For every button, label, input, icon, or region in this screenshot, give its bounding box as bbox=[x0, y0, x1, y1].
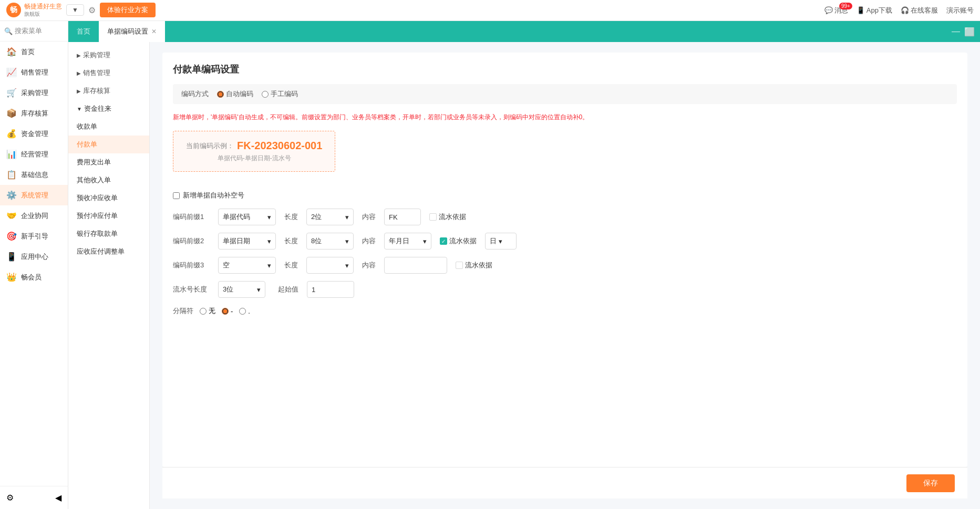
length2-select[interactable]: 8位 ▾ bbox=[306, 233, 354, 250]
auto-fill-checkbox[interactable] bbox=[173, 192, 180, 199]
sidebar-item-sales[interactable]: 📈 销售管理 bbox=[0, 62, 68, 82]
sidebar-item-app-center[interactable]: 📱 应用中心 bbox=[0, 246, 68, 267]
app-download-btn[interactable]: 📱 App下载 bbox=[857, 6, 892, 15]
serial3-checkbox[interactable] bbox=[456, 262, 463, 269]
form-rows: 编码前缀1 单据代码 ▾ 长度 2位 ▾ 内容 bbox=[173, 209, 957, 298]
logo-text: 畅捷通好生意 bbox=[24, 3, 62, 10]
sub-item-prepay-pay[interactable]: 预付冲应付单 bbox=[68, 207, 149, 225]
top-bar-right: 💬 消息 99+ 📱 App下载 🎧 在线客服 演示账号 bbox=[824, 6, 974, 15]
save-button[interactable]: 保存 bbox=[906, 474, 955, 492]
sub-item-bank-deposit[interactable]: 银行存取款单 bbox=[68, 225, 149, 243]
prefix1-select[interactable]: 单据代码 ▾ bbox=[218, 209, 276, 225]
length3-select[interactable]: ▾ bbox=[306, 257, 354, 274]
start-value-input[interactable]: 1 bbox=[307, 281, 354, 298]
content3-label: 内容 bbox=[362, 261, 376, 270]
sidebar-settings-btn[interactable]: ⚙ bbox=[6, 493, 14, 503]
sidebar-item-member[interactable]: 👑 畅会员 bbox=[0, 267, 68, 287]
tab-coding-settings[interactable]: 单据编码设置 ✕ bbox=[99, 21, 165, 42]
content1-label: 内容 bbox=[362, 212, 376, 222]
coding-mode-radio-group: 自动编码 手工编码 bbox=[217, 89, 298, 99]
sidebar-search[interactable]: 🔍 搜索菜单 bbox=[0, 21, 68, 41]
chevron-down-icon: ▾ bbox=[345, 213, 349, 221]
prefix3-row: 编码前缀3 空 ▾ 长度 ▾ 内容 bbox=[173, 257, 957, 274]
prefix3-label: 编码前缀3 bbox=[173, 261, 210, 270]
tab-close-icon[interactable]: ✕ bbox=[151, 28, 157, 35]
nav-dropdown-btn[interactable]: ▼ bbox=[66, 4, 84, 16]
prefix2-row: 编码前缀2 单据日期 ▾ 长度 8位 ▾ 内容 bbox=[173, 233, 957, 250]
length1-select[interactable]: 2位 ▾ bbox=[306, 209, 354, 225]
member-icon: 👑 bbox=[6, 272, 17, 282]
sidebar-item-finance[interactable]: 💰 资金管理 bbox=[0, 123, 68, 144]
tab-home[interactable]: 首页 bbox=[68, 21, 99, 42]
tab-minimize-btn[interactable]: — bbox=[952, 27, 960, 36]
sidebar-item-home[interactable]: 🏠 首页 bbox=[0, 41, 68, 62]
sidebar-item-operation[interactable]: 📊 经营管理 bbox=[0, 144, 68, 164]
online-service-btn[interactable]: 🎧 在线客服 bbox=[901, 6, 938, 15]
sub-group-sales[interactable]: ▶ 销售管理 bbox=[68, 64, 149, 82]
serial-length-select[interactable]: 3位 ▾ bbox=[218, 281, 265, 298]
manual-code-option[interactable]: 手工编码 bbox=[262, 89, 298, 99]
cooperation-icon: 🤝 bbox=[6, 211, 17, 221]
manual-code-radio[interactable] bbox=[262, 91, 269, 98]
sub-group-capital[interactable]: ▼ 资金往来 bbox=[68, 100, 149, 118]
prefix2-select[interactable]: 单据日期 ▾ bbox=[218, 233, 276, 250]
coding-mode-row: 编码方式 自动编码 手工编码 bbox=[173, 84, 957, 104]
auto-code-option[interactable]: 自动编码 bbox=[217, 89, 253, 99]
sub-item-receipt[interactable]: 收款单 bbox=[68, 118, 149, 136]
industry-btn[interactable]: 体验行业方案 bbox=[100, 3, 156, 17]
sep-dot-radio[interactable] bbox=[239, 308, 246, 315]
serial3-check[interactable]: 流水依据 bbox=[456, 261, 492, 270]
day-select[interactable]: 日 ▾ bbox=[485, 233, 517, 250]
sep-none-option[interactable]: 无 bbox=[200, 306, 215, 316]
chevron-down-icon: ▾ bbox=[267, 262, 271, 269]
prefix3-select[interactable]: 空 ▾ bbox=[218, 257, 276, 274]
separator-label: 分隔符 bbox=[173, 306, 193, 316]
sub-item-payment[interactable]: 付款单 bbox=[68, 136, 149, 153]
message-btn[interactable]: 💬 消息 99+ bbox=[824, 6, 848, 15]
sub-group-purchase[interactable]: ▶ 采购管理 bbox=[68, 46, 149, 64]
content1-input: FK bbox=[384, 209, 421, 225]
sidebar-item-inventory[interactable]: 📦 库存核算 bbox=[0, 103, 68, 123]
settings-icon[interactable]: ⚙ bbox=[88, 5, 96, 15]
separator-row: 分隔符 无 - . bbox=[173, 306, 957, 316]
tab-bar: 首页 单据编码设置 ✕ — ⬜ bbox=[68, 21, 980, 42]
prefix1-row: 编码前缀1 单据代码 ▾ 长度 2位 ▾ 内容 bbox=[173, 209, 957, 225]
sep-dot-option[interactable]: . bbox=[239, 307, 250, 315]
chevron-down-icon: ▾ bbox=[257, 286, 261, 294]
sub-item-prepay-receive[interactable]: 预收冲应收单 bbox=[68, 189, 149, 207]
app-layout: 🔍 搜索菜单 🏠 首页 📈 销售管理 🛒 采购管理 📦 库存核算 💰 资金管理 … bbox=[0, 21, 980, 509]
sub-sidebar: ▶ 采购管理 ▶ 销售管理 ▶ 库存核算 ▼ 资金往来 收款单 bbox=[68, 42, 150, 509]
sidebar-item-basic[interactable]: 📋 基础信息 bbox=[0, 164, 68, 185]
auto-code-radio[interactable] bbox=[217, 91, 224, 98]
sidebar-collapse-btn[interactable]: ◀ bbox=[55, 493, 61, 503]
system-icon: ⚙️ bbox=[6, 190, 17, 200]
sidebar-item-purchase[interactable]: 🛒 采购管理 bbox=[0, 82, 68, 103]
tab-maximize-btn[interactable]: ⬜ bbox=[964, 27, 975, 37]
chevron-right-icon: ▶ bbox=[77, 88, 81, 94]
page-title: 付款单编码设置 bbox=[173, 63, 957, 76]
sidebar-item-guide[interactable]: 🎯 新手引导 bbox=[0, 226, 68, 246]
sep-none-radio[interactable] bbox=[200, 308, 207, 315]
sub-item-other-income[interactable]: 其他收入单 bbox=[68, 171, 149, 189]
sidebar: 🔍 搜索菜单 🏠 首页 📈 销售管理 🛒 采购管理 📦 库存核算 💰 资金管理 … bbox=[0, 21, 68, 509]
code-example-label: 当前编码示例： bbox=[186, 141, 234, 151]
sep-hyphen-option[interactable]: - bbox=[222, 307, 233, 315]
sub-item-expense[interactable]: 费用支出单 bbox=[68, 153, 149, 171]
length3-label: 长度 bbox=[284, 261, 298, 270]
content3-input bbox=[384, 257, 447, 274]
logo-sub: 旗舰版 bbox=[24, 11, 62, 18]
sub-item-ar-ap-adjust[interactable]: 应收应付调整单 bbox=[68, 243, 149, 261]
logo-icon: 畅 bbox=[6, 3, 21, 17]
sep-hyphen-radio[interactable] bbox=[222, 308, 229, 315]
auto-fill-row[interactable]: 新增单据自动补空号 bbox=[173, 191, 957, 200]
code-example-box: 当前编码示例： FK-20230602-001 单据代码-单据日期-流水号 bbox=[173, 131, 335, 172]
content2-select[interactable]: 年月日 ▾ bbox=[384, 233, 431, 250]
sidebar-item-system[interactable]: ⚙️ 系统管理 bbox=[0, 185, 68, 205]
serial1-check[interactable]: 流水依据 bbox=[429, 212, 466, 222]
serial2-checkbox[interactable]: ✓ bbox=[440, 237, 447, 245]
sidebar-item-cooperation[interactable]: 🤝 企业协同 bbox=[0, 205, 68, 226]
serial2-check[interactable]: ✓ 流水依据 bbox=[440, 236, 477, 246]
serial1-checkbox[interactable] bbox=[429, 213, 437, 221]
basic-icon: 📋 bbox=[6, 170, 17, 180]
sub-group-inventory[interactable]: ▶ 库存核算 bbox=[68, 82, 149, 100]
